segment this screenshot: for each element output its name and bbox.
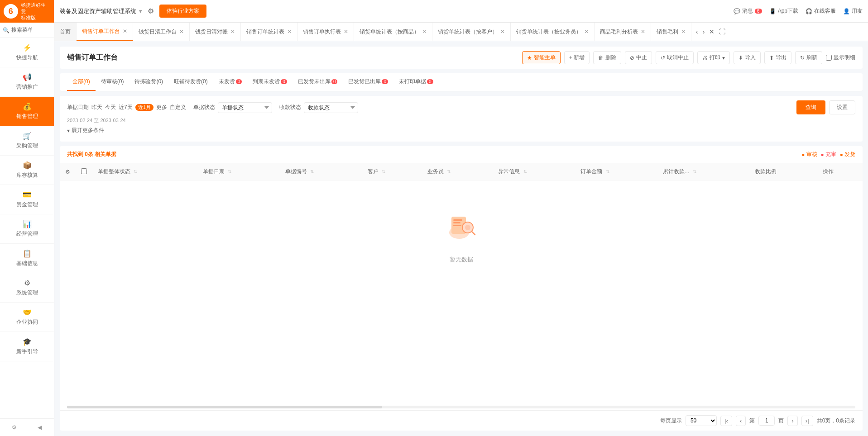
cancel-stop-btn[interactable]: ↺ 取消中止 bbox=[656, 51, 694, 64]
print-btn[interactable]: 🖨 打印 ▾ bbox=[697, 51, 730, 64]
tab-nav-prev[interactable]: ‹ bbox=[694, 26, 700, 37]
sidebar-item-purchase[interactable]: 🛒 采购管理 bbox=[0, 126, 54, 156]
sub-tab-all[interactable]: 全部(0) bbox=[67, 73, 96, 91]
date-custom[interactable]: 自定义 bbox=[170, 104, 186, 111]
tab-cash-daily[interactable]: 钱货日清工作台 ✕ bbox=[133, 23, 190, 41]
tab-sales-workbench-close[interactable]: ✕ bbox=[123, 28, 127, 34]
show-detail-input[interactable] bbox=[826, 55, 832, 61]
sidebar-search[interactable]: 🔍 搜索菜单 bbox=[0, 23, 54, 38]
tab-nav-close-all[interactable]: ✕ bbox=[707, 26, 716, 37]
tab-sales-stats-customer[interactable]: 销货单统计表（按客户） ✕ bbox=[432, 23, 511, 41]
sub-tab-pending-review[interactable]: 待审核(0) bbox=[96, 73, 129, 91]
tab-cash-daily-close[interactable]: ✕ bbox=[179, 28, 184, 35]
tab-sales-exec-close[interactable]: ✕ bbox=[344, 28, 348, 35]
page-title: 销售订单工作台 bbox=[67, 53, 118, 62]
sidebar-item-inventory[interactable]: 📦 库存核算 bbox=[0, 156, 54, 185]
phone-icon: 📱 bbox=[769, 8, 776, 14]
scroll-bar[interactable] bbox=[67, 404, 855, 410]
industry-solution-btn[interactable]: 体验行业方案 bbox=[159, 5, 206, 18]
date-yesterday[interactable]: 昨天 bbox=[91, 104, 102, 111]
per-page-select[interactable]: 50 20 100 bbox=[686, 415, 717, 426]
sidebar-item-cooperation[interactable]: 🤝 企业协同 bbox=[0, 303, 54, 332]
number-sort-icon[interactable]: ⇅ bbox=[310, 169, 314, 174]
topbar-user[interactable]: 👤 用友 bbox=[843, 7, 863, 15]
show-detail-checkbox[interactable]: 显示明细 bbox=[826, 54, 855, 62]
tab-product-margin-close[interactable]: ✕ bbox=[641, 28, 645, 35]
th-checkbox[interactable] bbox=[76, 163, 92, 180]
sidebar-item-quick-nav[interactable]: ⚡ 快捷导航 bbox=[0, 38, 54, 67]
sub-tab-pending-inspect[interactable]: 待拣验货(0) bbox=[129, 73, 168, 91]
cancel-review-btn[interactable]: ● 充审 bbox=[821, 151, 836, 158]
tab-cash-reconcile-close[interactable]: ✕ bbox=[230, 28, 235, 35]
sidebar-item-capital[interactable]: 💳 资金管理 bbox=[0, 185, 54, 214]
tab-cash-reconcile[interactable]: 钱货日清对账 ✕ bbox=[190, 23, 241, 41]
smart-create-btn[interactable]: ★ 智能生单 bbox=[522, 51, 561, 64]
tab-sales-stats-product-close[interactable]: ✕ bbox=[422, 28, 427, 35]
refresh-btn[interactable]: ↻ 刷新 bbox=[795, 51, 822, 64]
status-sort-icon[interactable]: ⇅ bbox=[134, 169, 137, 174]
th-gear[interactable]: ⚙ bbox=[60, 163, 76, 180]
expand-more-btn[interactable]: ▾ 展开更多条件 bbox=[67, 124, 855, 137]
tab-sales-exec[interactable]: 销售订单执行表 ✕ bbox=[297, 23, 354, 41]
topbar-gear-icon[interactable]: ⚙ bbox=[148, 7, 154, 15]
query-btn[interactable]: 查询 bbox=[796, 100, 825, 114]
tab-home[interactable]: 首页 bbox=[54, 23, 77, 41]
page-prev-btn[interactable]: ‹ bbox=[736, 416, 746, 426]
sub-tab-not-printed[interactable]: 未打印单据0 bbox=[393, 73, 439, 91]
page-input[interactable] bbox=[758, 416, 775, 426]
stop-btn[interactable]: ⊘ 中止 bbox=[625, 51, 652, 64]
add-btn[interactable]: + 新增 bbox=[564, 51, 590, 64]
page-first-btn[interactable]: |‹ bbox=[720, 416, 732, 426]
topbar-message[interactable]: 💬 消息 6 bbox=[734, 7, 762, 15]
tab-product-margin[interactable]: 商品毛利分析表 ✕ bbox=[595, 23, 651, 41]
export-btn[interactable]: ⬆ 导出 bbox=[764, 51, 791, 64]
sidebar-settings-btn[interactable]: ⚙ bbox=[4, 422, 25, 432]
sidebar-item-system[interactable]: ⚙ 系统管理 bbox=[0, 273, 54, 303]
amount-sort-icon[interactable]: ⇅ bbox=[606, 169, 609, 174]
page-last-btn[interactable]: ›| bbox=[801, 416, 813, 426]
collected-sort-icon[interactable]: ⇅ bbox=[693, 169, 696, 174]
search-icon: 🔍 bbox=[3, 27, 10, 33]
tab-sales-gross-close[interactable]: ✕ bbox=[681, 28, 686, 35]
tab-sales-gross[interactable]: 销售毛利 ✕ bbox=[651, 23, 691, 41]
date-7days[interactable]: 近7天 bbox=[119, 104, 133, 111]
set-btn[interactable]: 设置 bbox=[829, 100, 855, 114]
sub-tab-overdue[interactable]: 到期未发货0 bbox=[247, 73, 293, 91]
sub-tab-not-shipped[interactable]: 未发货0 bbox=[213, 73, 248, 91]
tab-nav-next[interactable]: › bbox=[701, 26, 707, 37]
select-all-checkbox[interactable] bbox=[81, 168, 87, 174]
sidebar-collapse-btn[interactable]: ◀ bbox=[29, 422, 51, 432]
tab-sales-workbench[interactable]: 销售订单工作台 ✕ bbox=[77, 23, 133, 41]
date-more[interactable]: 更多 bbox=[156, 104, 167, 111]
sub-tab-shipped-out[interactable]: 已发货已出库0 bbox=[343, 73, 393, 91]
topbar-online-service[interactable]: 🎧 在线客服 bbox=[806, 7, 836, 15]
tab-sales-stats-product[interactable]: 销货单统计表（按商品） ✕ bbox=[354, 23, 432, 41]
sub-tab-wangpu[interactable]: 旺铺待发货(0) bbox=[168, 73, 213, 91]
date-today[interactable]: 今天 bbox=[105, 104, 116, 111]
import-btn[interactable]: ⬇ 导入 bbox=[734, 51, 761, 64]
tab-sales-stats[interactable]: 销售订单统计表 ✕ bbox=[241, 23, 297, 41]
sidebar-item-operation[interactable]: 📊 经营管理 bbox=[0, 214, 54, 244]
customer-sort-icon[interactable]: ⇅ bbox=[382, 169, 385, 174]
sub-tab-shipped-not-out[interactable]: 已发货未出库0 bbox=[293, 73, 343, 91]
tab-sales-stats-close[interactable]: ✕ bbox=[287, 28, 292, 35]
sidebar-item-base-info[interactable]: 📋 基础信息 bbox=[0, 244, 54, 273]
payment-select[interactable]: 收款状态 bbox=[304, 102, 358, 113]
payment-filter: 收款状态 收款状态 bbox=[279, 102, 358, 113]
tab-sales-stats-staff-close[interactable]: ✕ bbox=[584, 28, 589, 35]
page-label-2: 页 bbox=[778, 417, 784, 425]
date-1month-badge[interactable]: 近1月 bbox=[135, 104, 153, 111]
review-btn[interactable]: ● 审核 bbox=[801, 151, 817, 158]
tab-nav-maximize[interactable]: ⛶ bbox=[717, 26, 727, 37]
tab-sales-stats-staff[interactable]: 销货单统计表（按业务员） ✕ bbox=[511, 23, 595, 41]
date-sort-icon[interactable]: ⇅ bbox=[228, 169, 231, 174]
sidebar-item-marketing[interactable]: 📢 营销推广 bbox=[0, 67, 54, 97]
delete-btn[interactable]: 🗑 删除 bbox=[593, 51, 621, 64]
sidebar-item-sales[interactable]: 💰 销售管理 bbox=[0, 97, 54, 126]
tab-sales-stats-customer-close[interactable]: ✕ bbox=[500, 28, 505, 35]
page-next-btn[interactable]: › bbox=[787, 416, 797, 426]
sidebar-item-guide[interactable]: 🎓 新手引导 bbox=[0, 332, 54, 361]
status-select[interactable]: 单据状态 bbox=[218, 102, 272, 113]
topbar-app-download[interactable]: 📱 App下载 bbox=[769, 7, 798, 15]
ship-btn[interactable]: ● 发货 bbox=[840, 151, 855, 158]
